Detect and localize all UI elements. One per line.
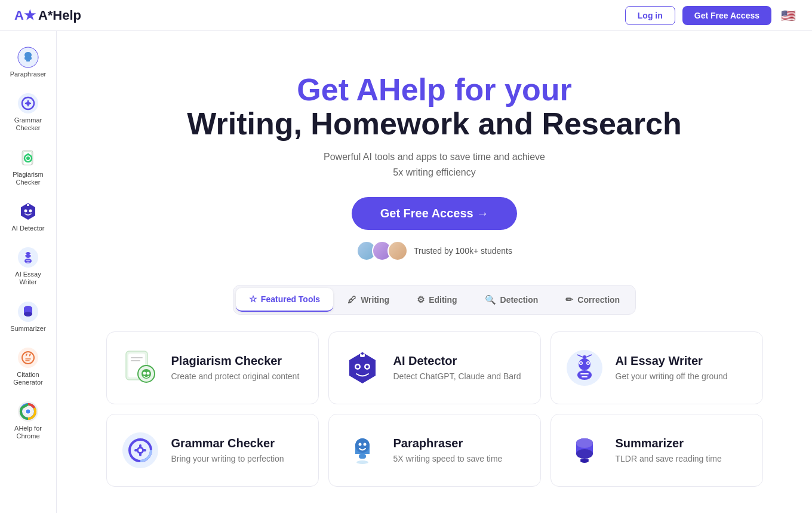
grammar-card-title: Grammar Checker	[171, 437, 284, 450]
logo[interactable]: A★A*Help	[14, 8, 81, 23]
sidebar-item-ai-detector[interactable]: AI Detector	[4, 195, 52, 238]
main-content: Get AHelp for your Writing, Homework and…	[57, 31, 812, 513]
svg-point-74	[363, 443, 366, 446]
detection-tab-label: Detection	[500, 295, 539, 305]
tab-featured[interactable]: ☆ Featured Tools	[236, 288, 333, 312]
summarizer-card-icon	[565, 431, 604, 469]
svg-point-73	[358, 443, 361, 446]
ai-detector-card-title: AI Detector	[393, 354, 521, 368]
essay-card-icon	[565, 349, 604, 387]
svg-point-14	[24, 209, 27, 212]
grammar-card-text: Grammar Checker Bring your writing to pe…	[171, 437, 284, 463]
sidebar-item-citation-generator[interactable]: Citation Generator	[4, 341, 52, 392]
essay-icon	[17, 247, 39, 268]
paraphraser-icon	[17, 47, 39, 68]
svg-point-27	[24, 312, 32, 317]
ai-detector-card-icon	[343, 349, 382, 387]
svg-rect-21	[24, 259, 32, 263]
hero-subtitle: Powerful AI tools and apps to save time …	[93, 149, 776, 180]
svg-point-19	[25, 254, 27, 256]
svg-point-79	[576, 438, 593, 448]
sidebar-item-plagiarism-checker[interactable]: Plagiarism Checker	[4, 141, 52, 192]
login-button[interactable]: Log in	[625, 6, 675, 25]
svg-point-78	[576, 449, 593, 459]
editing-tab-icon: ⚙	[417, 294, 425, 305]
language-flag[interactable]: 🇺🇸	[779, 6, 798, 25]
svg-rect-38	[131, 357, 143, 358]
hero-trust: Trusted by 100k+ students	[93, 241, 776, 261]
hero-title-line2: Writing, Homework and Research	[93, 107, 776, 141]
summarizer-card-text: Summarizer TLDR and save reading time	[616, 437, 722, 463]
featured-tab-icon: ☆	[249, 294, 257, 305]
tab-editing[interactable]: ⚙ Editing	[404, 288, 470, 312]
editing-tab-label: Editing	[429, 295, 457, 305]
svg-point-47	[365, 365, 368, 368]
tool-card-grammar-checker[interactable]: Grammar Checker Bring your writing to pe…	[106, 414, 319, 487]
essay-card-desc: Get your writing off the ground	[616, 371, 728, 381]
grammar-card-desc: Bring your writing to perfection	[171, 454, 284, 463]
sidebar-item-ahelp-chrome[interactable]: AHelp for Chrome	[4, 395, 52, 446]
plagiarism-card-title: Plagiarism Checker	[171, 354, 300, 368]
ai-detector-sidebar-icon	[17, 201, 39, 222]
svg-point-42	[143, 371, 146, 374]
header-actions: Log in Get Free Access 🇺🇸	[625, 6, 798, 25]
citation-icon	[17, 347, 39, 368]
writing-tab-icon: 🖊	[347, 294, 356, 305]
svg-point-81	[580, 459, 589, 463]
tabs-container: ☆ Featured Tools 🖊 Writing ⚙ Editing 🔍 D…	[81, 285, 788, 315]
writing-tab-label: Writing	[361, 295, 389, 305]
svg-point-43	[146, 371, 149, 374]
sidebar-label-paraphraser: Paraphraser	[10, 70, 47, 78]
summarizer-card-title: Summarizer	[616, 437, 722, 450]
sidebar-item-paraphraser[interactable]: Paraphraser	[4, 41, 52, 84]
svg-point-75	[356, 460, 368, 464]
trust-avatars	[356, 241, 408, 261]
svg-point-28	[18, 348, 38, 368]
hero-section: Get AHelp for your Writing, Homework and…	[81, 55, 788, 285]
tool-card-plagiarism-checker[interactable]: Plagiarism Checker Create and protect or…	[106, 331, 319, 404]
trust-text: Trusted by 100k+ students	[414, 246, 512, 256]
sidebar-label-ai-essay-writer: AI Essay Writer	[7, 271, 50, 286]
svg-rect-16	[27, 204, 29, 206]
tool-card-ai-essay-writer[interactable]: AI Essay Writer Get your writing off the…	[550, 331, 763, 404]
tool-card-summarizer[interactable]: Summarizer TLDR and save reading time	[550, 414, 763, 487]
sidebar-label-plagiarism-checker: Plagiarism Checker	[7, 171, 50, 186]
get-free-access-button[interactable]: Get Free Access	[682, 6, 771, 25]
tool-card-ai-detector[interactable]: AI Detector Detect ChatGPT, Claude and B…	[328, 331, 541, 404]
svg-point-55	[587, 362, 589, 364]
tab-detection[interactable]: 🔍 Detection	[472, 288, 552, 312]
tools-grid: Plagiarism Checker Create and protect or…	[106, 331, 763, 487]
summarizer-card-desc: TLDR and save reading time	[616, 454, 722, 463]
tool-card-paraphraser[interactable]: Paraphraser 5X writing speed to save tim…	[328, 414, 541, 487]
svg-point-35	[26, 410, 30, 414]
tabs: ☆ Featured Tools 🖊 Writing ⚙ Editing 🔍 D…	[233, 285, 636, 315]
svg-point-8	[26, 102, 30, 105]
sidebar-item-grammar-checker[interactable]: Grammar Checker	[4, 87, 52, 138]
paraphraser-card-desc: 5X writing speed to save time	[393, 454, 503, 463]
paraphraser-card-title: Paraphraser	[393, 437, 503, 450]
logo-text: A*Help	[38, 8, 81, 23]
svg-rect-39	[131, 360, 140, 361]
tab-correction[interactable]: ✏ Correction	[552, 288, 633, 312]
ai-detector-card-desc: Detect ChatGPT, Claude and Bard	[393, 371, 521, 381]
hero-cta-button[interactable]: Get Free Access →	[352, 197, 518, 230]
sidebar-item-summarizer[interactable]: Summarizer	[4, 295, 52, 339]
essay-card-title: AI Essay Writer	[616, 354, 728, 368]
sidebar-item-ai-essay-writer[interactable]: AI Essay Writer	[4, 241, 52, 292]
summarizer-icon	[17, 301, 39, 322]
paraphraser-card-text: Paraphraser 5X writing speed to save tim…	[393, 437, 503, 463]
correction-tab-icon: ✏	[565, 294, 573, 305]
svg-rect-56	[577, 370, 592, 380]
grammar-card-icon	[121, 431, 159, 469]
svg-point-20	[30, 254, 32, 256]
logo-star: A★	[14, 8, 36, 23]
svg-point-46	[356, 365, 359, 368]
plagiarism-card-desc: Create and protect original content	[171, 371, 300, 381]
header: A★A*Help Log in Get Free Access 🇺🇸	[0, 0, 812, 31]
tab-writing[interactable]: 🖊 Writing	[334, 288, 402, 312]
sidebar-label-summarizer: Summarizer	[10, 325, 45, 333]
svg-point-15	[29, 209, 32, 212]
hero-title-line1: Get AHelp for your	[93, 73, 776, 107]
svg-point-59	[583, 355, 586, 359]
chrome-icon	[17, 401, 39, 422]
